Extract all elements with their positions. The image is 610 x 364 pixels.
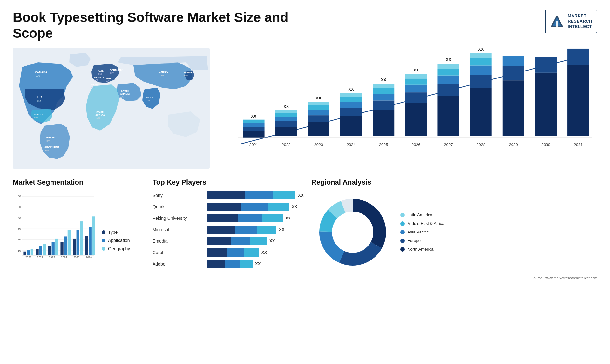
france-label: FRANCE <box>94 76 105 79</box>
svg-text:XX: XX <box>283 104 289 109</box>
svg-rect-118 <box>73 239 76 255</box>
svg-rect-78 <box>503 80 524 136</box>
svg-rect-103 <box>27 250 30 255</box>
svg-text:2026: 2026 <box>411 143 420 147</box>
svg-text:2024: 2024 <box>61 256 67 259</box>
svg-rect-33 <box>275 110 297 113</box>
svg-rect-112 <box>55 239 58 255</box>
svg-rect-37 <box>308 115 329 122</box>
svg-text:XX: XX <box>251 114 256 118</box>
map-section: CANADA xx% U.S. xx% MEXICO xx% BRAZIL xx… <box>13 48 210 169</box>
regional-section: Regional Analysis <box>311 178 597 280</box>
svg-rect-85 <box>567 65 589 136</box>
svg-text:XX: XX <box>446 57 451 62</box>
player-name: Peking University <box>152 216 203 221</box>
brazil-label: BRAZIL <box>46 136 55 139</box>
player-name: Adobe <box>152 261 203 266</box>
china-label: CHINA <box>159 70 168 73</box>
page-header: Book Typesetting Software Market Size an… <box>13 10 597 42</box>
player-xx: XX <box>269 239 275 243</box>
world-map-svg: CANADA xx% U.S. xx% MEXICO xx% BRAZIL xx… <box>13 48 210 169</box>
argentina-label: ARGENTINA <box>44 146 60 149</box>
player-xx: XX <box>279 227 284 232</box>
regional-title: Regional Analysis <box>311 178 597 186</box>
player-xx: XX <box>292 204 297 209</box>
legend-europe: Europe <box>400 238 444 243</box>
player-name: Microsoft <box>152 227 203 232</box>
svg-rect-26 <box>243 120 264 123</box>
source-text: Source : www.marketresearchintellect.com <box>311 276 597 280</box>
svg-text:2023: 2023 <box>49 256 55 259</box>
svg-rect-36 <box>308 122 329 136</box>
growth-chart-svg: XX 2021 XX 2022 XX 2023 XX 20 <box>219 48 597 162</box>
segmentation-chart-svg: 60 50 40 30 20 10 2021 <box>13 191 95 261</box>
svg-rect-46 <box>340 97 362 102</box>
svg-text:xx%: xx% <box>159 74 164 77</box>
svg-text:60: 60 <box>18 195 21 198</box>
europe-label: Europe <box>407 238 421 243</box>
player-bar-container: XX <box>207 225 305 234</box>
svg-rect-106 <box>36 249 38 255</box>
svg-rect-39 <box>308 105 329 110</box>
svg-rect-124 <box>92 216 95 255</box>
svg-text:40: 40 <box>18 216 21 219</box>
legend-asia-pacific: Asia Pacific <box>400 230 444 234</box>
svg-rect-83 <box>535 57 557 73</box>
logo-text: MARKET RESEARCH INTELLECT <box>568 13 592 30</box>
svg-text:2025: 2025 <box>379 143 388 147</box>
svg-rect-54 <box>373 84 394 88</box>
svg-rect-72 <box>470 75 492 88</box>
player-rows: Sony XX Quark <box>152 191 305 268</box>
svg-rect-115 <box>64 236 67 255</box>
svg-rect-86 <box>567 49 589 65</box>
svg-rect-31 <box>275 117 297 121</box>
player-row: Corel XX <box>152 248 305 257</box>
player-xx: XX <box>261 250 267 255</box>
player-row: Sony XX <box>152 191 305 200</box>
us-label: U.S. <box>37 96 43 99</box>
legend-application: Application <box>102 238 130 243</box>
svg-rect-68 <box>437 64 459 69</box>
player-name: Sony <box>152 193 203 198</box>
asia-pacific-dot <box>400 230 405 234</box>
svg-text:2028: 2028 <box>477 143 485 147</box>
svg-rect-67 <box>437 69 459 75</box>
svg-text:2021: 2021 <box>249 143 258 147</box>
players-title: Top Key Players <box>152 178 305 186</box>
svg-rect-59 <box>405 85 427 92</box>
svg-text:xx%: xx% <box>110 72 114 74</box>
svg-text:2029: 2029 <box>509 143 518 147</box>
svg-rect-30 <box>275 121 297 127</box>
svg-text:XX: XX <box>381 78 386 82</box>
svg-text:50: 50 <box>18 206 21 209</box>
india-label: INDIA <box>146 96 153 99</box>
canada-label: CANADA <box>35 71 47 74</box>
regional-container: Latin America Middle East & Africa Asia … <box>311 191 597 273</box>
europe-dot <box>400 239 405 243</box>
svg-rect-80 <box>503 56 524 66</box>
svg-text:xx%: xx% <box>94 79 98 81</box>
svg-rect-74 <box>470 58 492 65</box>
svg-text:2022: 2022 <box>282 143 291 147</box>
svg-text:2021: 2021 <box>25 256 31 259</box>
svg-text:XX: XX <box>316 96 321 100</box>
svg-text:xx%: xx% <box>98 73 102 75</box>
svg-rect-29 <box>275 127 297 136</box>
svg-text:XX: XX <box>478 48 484 51</box>
middle-east-dot <box>400 221 405 226</box>
svg-text:xx%: xx% <box>46 140 50 142</box>
svg-rect-58 <box>405 92 427 103</box>
svg-rect-123 <box>89 227 92 255</box>
svg-rect-73 <box>470 65 492 75</box>
spain-label: SPAIN <box>91 83 99 86</box>
svg-text:xx%: xx% <box>45 149 49 152</box>
svg-text:10: 10 <box>18 249 21 252</box>
svg-text:2022: 2022 <box>37 256 43 259</box>
svg-rect-47 <box>340 93 362 97</box>
geography-label: Geography <box>108 246 130 251</box>
svg-text:2026: 2026 <box>86 256 92 259</box>
player-row: Emedia XX <box>152 237 305 246</box>
latin-america-label: Latin America <box>407 212 432 217</box>
player-name: Corel <box>152 250 203 255</box>
italy-label: ITALY <box>106 77 113 80</box>
